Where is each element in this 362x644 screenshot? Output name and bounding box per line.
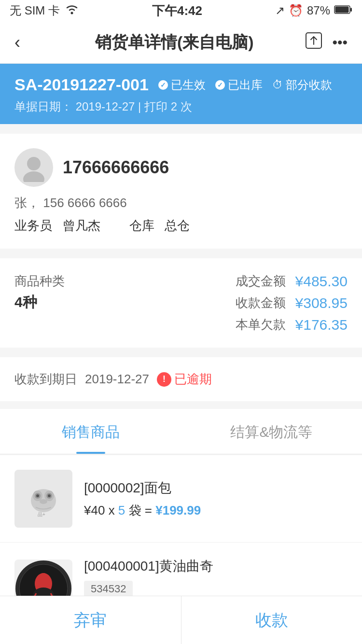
nav-bar: ‹ 销货单详情(来自电脑) •••: [0, 21, 362, 64]
overdue-icon: !: [157, 372, 171, 387]
svg-rect-2: [350, 8, 352, 12]
product-types: 商品种类 4种: [14, 273, 65, 333]
location-icon: ↗: [275, 4, 285, 17]
deal-amount-label: 成交金额: [236, 273, 286, 290]
order-id: SA-20191227-001: [14, 75, 149, 94]
status-time: 下午4:42: [152, 2, 202, 19]
confirm-button[interactable]: 收款: [181, 596, 362, 644]
sales-label: 业务员: [14, 218, 52, 233]
received-amount-label: 收款金额: [236, 294, 286, 311]
back-button[interactable]: ‹: [14, 32, 43, 53]
qty-1: 5: [118, 503, 125, 518]
customer-meta: 业务员 曾凡杰 仓库 总仓: [14, 217, 348, 234]
svg-text:品+: 品+: [38, 512, 45, 517]
order-date: 2019-12-27: [76, 100, 135, 113]
alarm-icon: ⏰: [289, 4, 303, 17]
warehouse-name: 总仓: [165, 218, 190, 233]
sim-status: 无 SIM 卡: [10, 3, 60, 18]
wifi-icon: [65, 4, 79, 17]
battery-level: 87%: [307, 4, 330, 17]
deal-amount-value: ¥485.30: [295, 273, 348, 290]
received-amount-row: 收款金额 ¥308.95: [236, 294, 348, 311]
debt-amount-label: 本单欠款: [236, 316, 286, 333]
status-left: 无 SIM 卡: [10, 3, 79, 18]
customer-section: 17666666666 张， 156 6666 6666 业务员 曾凡杰 仓库 …: [0, 134, 362, 249]
customer-phone: 17666666666: [63, 157, 169, 178]
page-title: 销货单详情(来自电脑): [95, 31, 254, 54]
date-label: 单据日期：: [14, 100, 72, 113]
product-sku-2: 534532: [84, 581, 133, 597]
status-effective: 已生效: [158, 77, 206, 93]
status-shipped: 已出库: [215, 77, 263, 93]
order-date-row: 单据日期： 2019-12-27 | 打印 2 次: [14, 99, 348, 114]
svg-point-15: [40, 499, 47, 504]
received-amount-value: ¥308.95: [295, 295, 348, 311]
avatar: [14, 148, 53, 187]
product-name-1: [0000002]面包: [84, 479, 348, 497]
unit-1: 袋: [129, 503, 141, 518]
svg-point-14: [48, 494, 51, 497]
customer-name: 张， 156 6666 6666: [14, 195, 348, 211]
print-info: | 打印 2 次: [138, 100, 192, 113]
status-partial: ⏱ 部分收款: [272, 77, 332, 93]
product-name-2: [000400001]黄油曲奇: [84, 557, 348, 575]
bottom-bar: 弃审 收款: [0, 596, 362, 644]
battery-icon: [334, 4, 352, 17]
sales-info: 业务员 曾凡杰: [14, 217, 100, 234]
warehouse-label: 仓库: [129, 218, 154, 233]
due-date-value: 2019-12-27: [85, 372, 149, 387]
svg-point-21: [39, 573, 48, 583]
debt-amount-row: 本单欠款 ¥176.35: [236, 316, 348, 333]
due-date-label: 收款到期日: [14, 371, 77, 388]
svg-rect-3: [335, 7, 348, 13]
more-icon[interactable]: •••: [332, 34, 348, 51]
svg-point-6: [27, 157, 41, 170]
product-types-value: 4种: [14, 293, 65, 312]
unit-price-1: ¥40: [84, 503, 105, 518]
amounts: 成交金额 ¥485.30 收款金额 ¥308.95 本单欠款 ¥176.35: [236, 273, 348, 333]
overdue-badge: ! 已逾期: [157, 371, 212, 388]
warehouse-info: 仓库 总仓: [129, 217, 190, 234]
svg-point-0: [71, 12, 73, 14]
clock-icon: ⏱: [272, 79, 283, 91]
product-types-label: 商品种类: [14, 273, 65, 290]
deal-amount-row: 成交金额 ¥485.30: [236, 273, 348, 290]
status-bar: 无 SIM 卡 下午4:42 ↗ ⏰ 87%: [0, 0, 362, 21]
check-icon-shipped: [215, 80, 225, 90]
tab-settlement[interactable]: 结算&物流等: [181, 409, 362, 454]
product-price-1: ¥40 x 5 袋 = ¥199.99: [84, 502, 348, 519]
order-header: SA-20191227-001 已生效 已出库 ⏱ 部分收款 单据日期： 201…: [0, 64, 362, 124]
due-section: 收款到期日 2019-12-27 ! 已逾期: [0, 357, 362, 401]
share-icon[interactable]: [305, 32, 322, 53]
nav-actions: •••: [305, 32, 348, 53]
product-info-1: [0000002]面包 ¥40 x 5 袋 = ¥199.99: [84, 479, 348, 519]
svg-point-13: [36, 494, 39, 497]
summary-section: 商品种类 4种 成交金额 ¥485.30 收款金额 ¥308.95 本单欠款 ¥…: [0, 258, 362, 348]
total-1: ¥199.99: [155, 503, 201, 518]
product-image-1: 品+: [14, 470, 72, 528]
cancel-button[interactable]: 弃审: [0, 596, 181, 644]
sales-name: 曾凡杰: [63, 218, 100, 233]
overdue-text: 已逾期: [174, 371, 212, 388]
tabs-container: 销售商品 结算&物流等: [0, 409, 362, 454]
svg-point-7: [23, 171, 44, 182]
tab-sales-products[interactable]: 销售商品: [0, 409, 181, 454]
check-icon-effective: [158, 80, 168, 90]
list-item: 品+ [0000002]面包 ¥40 x 5 袋 = ¥199.99: [0, 455, 362, 543]
status-right: ↗ ⏰ 87%: [275, 4, 352, 17]
debt-amount-value: ¥176.35: [295, 317, 348, 333]
